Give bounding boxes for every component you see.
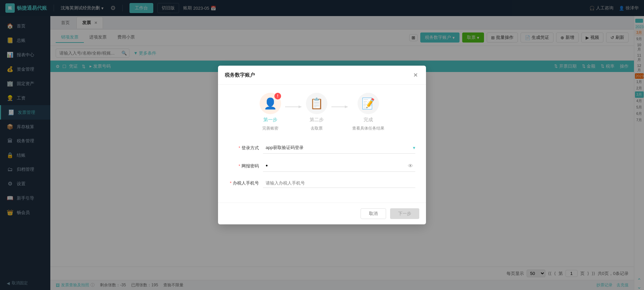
step-1: 👤 ! 第一步 完善账密 xyxy=(260,93,281,131)
login-method-dropdown-icon: ▾ xyxy=(413,145,415,150)
step-2-icon-wrap: 📋 xyxy=(306,93,327,114)
login-method-label: 登录方式 xyxy=(229,145,259,151)
dialog-header: 税务数字账户 ✕ xyxy=(218,66,426,85)
password-input[interactable] xyxy=(263,162,406,170)
step-2-desc: 去取票 xyxy=(311,126,323,131)
step-2: 📋 第二步 去取票 xyxy=(306,93,327,131)
step-arrow-1 xyxy=(281,104,306,109)
step-3-icon-wrap: 📝 xyxy=(358,93,379,114)
step-3-icon: 📝 xyxy=(362,97,375,110)
dialog-footer: 取消 下一步 xyxy=(218,203,426,224)
phone-row: 办税人手机号 xyxy=(229,178,415,188)
step-1-label: 第一步 xyxy=(263,117,277,123)
next-button[interactable]: 下一步 xyxy=(390,208,419,219)
password-label: 网报密码 xyxy=(229,163,259,169)
step-3: 📝 完成 查看具体任务结果 xyxy=(352,93,384,131)
tax-digital-dialog: 税务数字账户 ✕ 👤 ! 第一步 完善账密 xyxy=(218,66,426,224)
eye-icon[interactable]: 👁 xyxy=(406,163,415,169)
step-arrow-2 xyxy=(327,104,352,109)
phone-input[interactable] xyxy=(263,178,415,188)
step-1-desc: 完善账密 xyxy=(262,126,278,131)
svg-marker-3 xyxy=(345,105,348,108)
step-3-desc: 查看具体任务结果 xyxy=(352,126,384,131)
dialog-body: 👤 ! 第一步 完善账密 📋 xyxy=(218,85,426,203)
step-2-icon: 📋 xyxy=(310,97,323,110)
dialog-form: 登录方式 app获取验证码登录 ▾ 网报密码 👁 办税人手机 xyxy=(229,142,415,188)
dialog-title: 税务数字账户 xyxy=(225,72,255,78)
step-1-badge: ! xyxy=(274,93,281,99)
cancel-button[interactable]: 取消 xyxy=(361,208,386,219)
phone-label: 办税人手机号 xyxy=(229,180,259,186)
password-row: 网报密码 👁 xyxy=(229,160,415,172)
step-2-label: 第二步 xyxy=(310,117,324,123)
login-method-value: app获取验证码登录 xyxy=(263,143,413,152)
dialog-overlay: 税务数字账户 ✕ 👤 ! 第一步 完善账密 xyxy=(0,0,644,290)
step-1-icon-wrap: 👤 ! xyxy=(260,93,281,114)
password-field-wrap: 👁 xyxy=(263,160,415,172)
step-1-icon: 👤 xyxy=(264,97,277,110)
dialog-close-btn[interactable]: ✕ xyxy=(411,71,419,79)
svg-marker-1 xyxy=(299,105,302,108)
login-method-select[interactable]: app获取验证码登录 ▾ xyxy=(263,142,415,154)
step-3-label: 完成 xyxy=(364,117,373,123)
steps-indicator: 👤 ! 第一步 完善账密 📋 xyxy=(229,93,415,131)
login-method-row: 登录方式 app获取验证码登录 ▾ xyxy=(229,142,415,154)
